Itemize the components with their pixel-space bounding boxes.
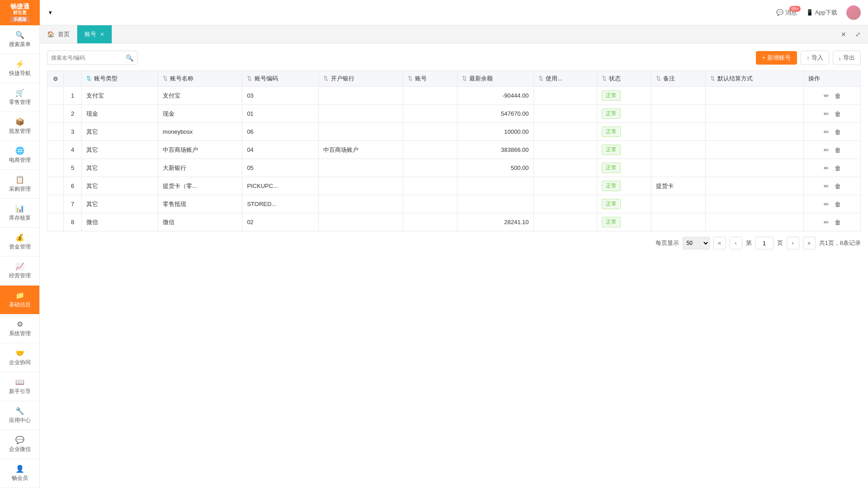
cell-code: 06 — [242, 123, 319, 141]
edit-button[interactable]: ✏ — [822, 164, 831, 173]
cell-default-payment — [705, 141, 804, 159]
appcenter-icon: 🔧 — [15, 407, 24, 415]
sidebar-item-search[interactable]: 🔍 搜索菜单 — [0, 25, 39, 54]
th-remarks[interactable]: ⇅ 备注 — [651, 71, 705, 87]
cell-type: 现金 — [82, 105, 158, 123]
sort-icon: ⇅ — [656, 75, 661, 82]
search-box[interactable]: 🔍 — [47, 51, 137, 65]
edit-button[interactable]: ✏ — [822, 109, 831, 118]
message-icon: 💬 — [776, 9, 783, 16]
cell-settings — [47, 195, 64, 213]
tab-close-icon[interactable]: ✕ — [100, 31, 104, 38]
delete-button[interactable]: 🗑 — [833, 218, 843, 227]
th-status[interactable]: ⇅ 状态 — [597, 71, 651, 87]
cell-settings — [47, 105, 64, 123]
messages-button[interactable]: 💬 消息 99+ — [776, 9, 797, 17]
cell-status: 正常 — [597, 123, 651, 141]
edit-button[interactable]: ✏ — [822, 91, 831, 100]
edit-button[interactable]: ✏ — [822, 200, 831, 209]
sidebar-item-ecommerce[interactable]: 🌐 电商管理 — [0, 141, 39, 170]
th-name[interactable]: ⇅ 账号名称 — [158, 71, 242, 87]
first-page-button[interactable]: « — [713, 237, 726, 249]
cell-settings — [47, 123, 64, 141]
th-settings[interactable]: ⚙ — [47, 71, 64, 87]
add-account-button[interactable]: + 新增账号 — [756, 51, 797, 65]
delete-button[interactable]: 🗑 — [833, 127, 843, 136]
sidebar-item-finance[interactable]: 💰 资金管理 — [0, 228, 39, 257]
th-actions: 操作 — [804, 71, 861, 87]
sidebar-item-retail[interactable]: 🛒 零售管理 — [0, 83, 39, 112]
page-number-input[interactable] — [755, 237, 774, 249]
sidebar-item-appcenter[interactable]: 🔧 应用中心 — [0, 401, 39, 430]
tab-accounts[interactable]: 账号 ✕ — [77, 25, 112, 43]
delete-button[interactable]: 🗑 — [833, 109, 843, 118]
last-page-button[interactable]: » — [803, 237, 816, 249]
delete-button[interactable]: 🗑 — [833, 164, 843, 173]
th-account[interactable]: ⇅ 账号 — [403, 71, 457, 87]
table-row: 2 现金 现金 01 547670.00 正常 ✏ 🗑 — [47, 105, 861, 123]
page-size-select[interactable]: 50 100 200 — [683, 237, 710, 249]
page-size-label: 每页显示 — [656, 239, 679, 247]
cell-index: 3 — [64, 123, 82, 141]
edit-button[interactable]: ✏ — [822, 145, 831, 155]
th-index — [64, 71, 82, 87]
th-balance[interactable]: ⇅ 最新余额 — [457, 71, 533, 87]
next-page-button[interactable]: › — [787, 237, 799, 249]
import-button[interactable]: ↑ 导入 — [801, 51, 829, 65]
cell-type: 其它 — [82, 177, 158, 195]
sidebar-item-system[interactable]: ⚙ 系统管理 — [0, 314, 39, 343]
th-type[interactable]: ⇅ 账号类型 — [82, 71, 158, 87]
delete-button[interactable]: 🗑 — [833, 182, 843, 191]
th-usage[interactable]: ⇅ 使用... — [533, 71, 597, 87]
cell-code: 01 — [242, 105, 319, 123]
app-download-button[interactable]: 📱 App下载 — [806, 9, 837, 17]
delete-button[interactable]: 🗑 — [833, 91, 843, 100]
th-bank[interactable]: ⇅ 开户银行 — [319, 71, 403, 87]
sidebar-item-wechat[interactable]: 💬 企业微信 — [0, 430, 39, 459]
th-default-payment[interactable]: ⇅ 默认结算方式 — [705, 71, 804, 87]
sidebar-item-basicinfo[interactable]: 📁 基础信息 — [0, 286, 39, 314]
tab-accounts-label: 账号 — [85, 30, 96, 38]
cell-bank — [319, 213, 403, 231]
cell-balance — [457, 177, 533, 195]
cell-account — [403, 177, 457, 195]
avatar[interactable] — [846, 5, 861, 20]
search-icon: 🔍 — [126, 54, 133, 61]
cell-account — [403, 87, 457, 105]
status-badge: 正常 — [602, 108, 621, 119]
sidebar-item-purchase[interactable]: 📋 采购管理 — [0, 170, 39, 199]
sidebar-item-shortcuts[interactable]: ⚡ 快捷导航 — [0, 54, 39, 83]
status-badge: 正常 — [602, 127, 621, 137]
prev-page-button[interactable]: ‹ — [730, 237, 742, 249]
cell-actions: ✏ 🗑 — [804, 141, 861, 159]
cell-actions: ✏ 🗑 — [804, 195, 861, 213]
delete-button[interactable]: 🗑 — [833, 200, 843, 209]
cell-status: 正常 — [597, 195, 651, 213]
table-body: 1 支付宝 支付宝 03 -90444.00 正常 ✏ 🗑 2 现金 现金 01… — [47, 87, 861, 231]
delete-button[interactable]: 🗑 — [833, 145, 843, 155]
nav-dropdown[interactable]: ▾ — [47, 9, 52, 16]
cell-code: 05 — [242, 159, 319, 177]
sidebar-item-guide[interactable]: 📖 新手引导 — [0, 372, 39, 401]
search-input[interactable] — [51, 55, 126, 61]
edit-button[interactable]: ✏ — [822, 182, 831, 191]
sidebar-item-wholesale[interactable]: 📦 批发管理 — [0, 112, 39, 141]
tab-bar: 🏠 首页 账号 ✕ ✕ ⤢ — [40, 25, 868, 43]
cell-usage — [533, 213, 597, 231]
export-button[interactable]: ↓ 导出 — [833, 51, 861, 65]
sidebar-item-operations[interactable]: 📈 经营管理 — [0, 257, 39, 286]
edit-button[interactable]: ✏ — [822, 127, 831, 136]
sidebar-item-inventory[interactable]: 📊 库存核算 — [0, 199, 39, 228]
logo-main: 畅捷通 — [10, 3, 29, 10]
cell-status: 正常 — [597, 87, 651, 105]
sidebar-item-label: 快捷导航 — [9, 70, 31, 77]
cell-status: 正常 — [597, 177, 651, 195]
edit-button[interactable]: ✏ — [822, 218, 831, 227]
th-code[interactable]: ⇅ 账号编码 — [242, 71, 319, 87]
tab-minimize-button[interactable]: ✕ — [837, 28, 850, 41]
tab-home[interactable]: 🏠 首页 — [40, 25, 77, 43]
sidebar-item-member[interactable]: 👤 畅会员 — [0, 459, 39, 488]
sidebar-item-enterprise[interactable]: 🤝 企业协同 — [0, 343, 39, 372]
tab-maximize-button[interactable]: ⤢ — [852, 28, 864, 41]
system-icon: ⚙ — [17, 320, 23, 328]
